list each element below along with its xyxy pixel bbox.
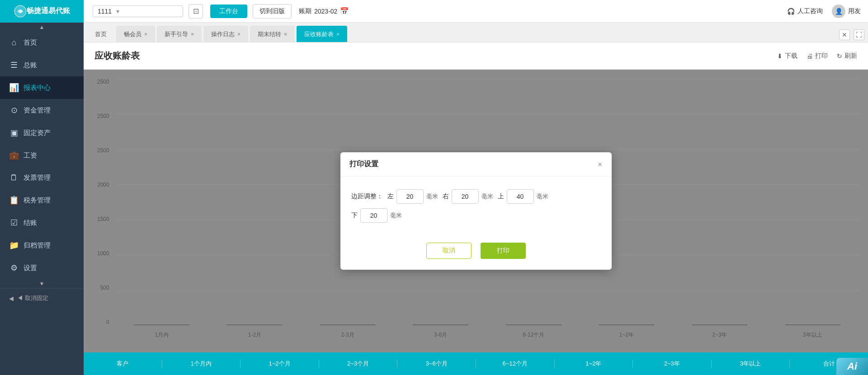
col-1-2year: 1~2年: [555, 360, 633, 368]
modal-overlay: 打印设置 × 边距调整： 左 毫米: [84, 70, 868, 352]
tabs-bar: 首页 畅会员 × 新手引导 × 操作日志 × 期末结转 ×: [84, 23, 868, 42]
margin-left-group: 左 毫米: [387, 189, 438, 204]
tab-period-end[interactable]: 期末结转 ×: [250, 26, 295, 42]
page-header: 应收账龄表 ⬇ 下载 🖨 打印 ↻ 刷新: [84, 42, 868, 70]
user-button[interactable]: 👤 用友: [832, 5, 861, 18]
margin-row: 边距调整： 左 毫米 右 毫米: [351, 189, 601, 223]
page-content: 应收账龄表 ⬇ 下载 🖨 打印 ↻ 刷新: [84, 42, 868, 375]
sidebar-item-invoice[interactable]: 🗒 发票管理: [0, 167, 84, 189]
chart-area: 2500 2500 2500 2000 1500 1000 500 0: [84, 70, 868, 352]
ai-badge[interactable]: Ai: [836, 358, 868, 375]
sidebar-item-funds[interactable]: ⊙ 资金管理: [0, 99, 84, 122]
tab-member[interactable]: 畅会员 ×: [116, 26, 155, 42]
print-button[interactable]: 🖨 打印: [807, 52, 828, 60]
col-6-12month: 6~12个月: [476, 360, 555, 368]
margin-left-input[interactable]: [396, 189, 424, 204]
reports-icon: 📊: [9, 83, 19, 93]
margin-right-group: 右 毫米: [443, 189, 493, 204]
workbench-button[interactable]: 工作台: [210, 5, 247, 18]
confirm-print-button[interactable]: 打印: [481, 243, 526, 259]
tab-period-end-close[interactable]: ×: [284, 31, 287, 38]
refresh-icon: ↻: [837, 52, 842, 60]
modal-body: 边距调整： 左 毫米 右 毫米: [340, 177, 612, 235]
tab-home[interactable]: 首页: [87, 26, 114, 42]
logo-text: 畅捷通易代账: [27, 6, 70, 16]
sidebar-scroll-up[interactable]: ▲: [0, 23, 84, 32]
print-settings-modal: 打印设置 × 边距调整： 左 毫米: [340, 152, 612, 270]
funds-icon: ⊙: [9, 105, 19, 115]
period-value: 2023-02: [314, 8, 337, 15]
copy-button[interactable]: ⊡: [189, 4, 203, 19]
sidebar-item-tax[interactable]: 📋 税务管理: [0, 189, 84, 211]
margin-top-input[interactable]: [507, 189, 534, 204]
sidebar-item-payroll[interactable]: 💼 工资: [0, 144, 84, 167]
company-selector[interactable]: 1111 ▾: [93, 5, 183, 17]
refresh-button[interactable]: ↻ 刷新: [837, 52, 857, 60]
sidebar-unpin-button[interactable]: ◀ ◀ 取消固定: [0, 288, 84, 308]
user-icon: 👤: [835, 8, 843, 15]
switch-version-button[interactable]: 切到旧版: [253, 4, 292, 19]
margin-right-input[interactable]: [452, 189, 479, 204]
unpin-icon: ◀: [9, 295, 14, 302]
sidebar-item-home[interactable]: ⌂ 首页: [0, 32, 84, 54]
calendar-icon[interactable]: 📅: [340, 7, 349, 15]
tab-guide-label: 新手引导: [165, 30, 188, 38]
tab-aging[interactable]: 应收账龄表 ×: [297, 26, 347, 42]
tab-guide[interactable]: 新手引导 ×: [157, 26, 202, 42]
col-2-3month: 2~3个月: [319, 360, 398, 368]
close-tab-button[interactable]: ✕: [839, 29, 850, 40]
maximize-tab-button[interactable]: ⛶: [854, 29, 864, 40]
sidebar-item-archive[interactable]: 📁 归档管理: [0, 234, 84, 257]
sidebar-label-assets: 固定资产: [24, 129, 51, 137]
sidebar-label-settings: 设置: [24, 264, 37, 272]
tab-guide-close[interactable]: ×: [191, 31, 194, 38]
sidebar-item-assets[interactable]: ▣ 固定资产: [0, 122, 84, 144]
tab-home-label: 首页: [95, 30, 107, 38]
sidebar-footer-label: ◀ 取消固定: [17, 294, 48, 302]
assets-icon: ▣: [9, 128, 19, 138]
tab-oplog[interactable]: 操作日志 ×: [203, 26, 248, 42]
copy-icon: ⊡: [193, 7, 199, 15]
tab-oplog-close[interactable]: ×: [237, 31, 241, 38]
tabs-actions: ✕ ⛶: [839, 29, 864, 42]
print-label: 打印: [815, 52, 828, 60]
print-icon: 🖨: [807, 52, 813, 60]
col-3-6month: 3~6个月: [397, 360, 476, 368]
download-button[interactable]: ⬇ 下载: [777, 52, 797, 60]
sidebar-item-ledger[interactable]: ☰ 总账: [0, 54, 84, 76]
sidebar-scroll-down[interactable]: ▼: [0, 279, 84, 288]
modal-title: 打印设置: [349, 159, 378, 169]
right-unit: 毫米: [481, 192, 493, 201]
modal-header: 打印设置 ×: [340, 152, 612, 177]
page-actions: ⬇ 下载 🖨 打印 ↻ 刷新: [777, 52, 857, 60]
download-label: 下载: [785, 52, 797, 60]
tab-member-close[interactable]: ×: [144, 31, 147, 38]
logo: 畅捷通易代账: [0, 0, 84, 23]
top-label: 上: [498, 192, 504, 201]
page-title: 应收账龄表: [94, 50, 140, 62]
sidebar: ▲ ⌂ 首页 ☰ 总账 📊 报表中心 ⊙ 资金管理 ▣ 固定资产 �: [0, 23, 84, 375]
sidebar-label-tax: 税务管理: [24, 196, 51, 205]
sidebar-label-invoice: 发票管理: [24, 173, 51, 182]
sidebar-item-settings[interactable]: ⚙ 设置: [0, 257, 84, 279]
col-3plus-year: 3年以上: [712, 360, 790, 368]
modal-footer: 取消 打印: [340, 235, 612, 270]
tab-aging-close[interactable]: ×: [336, 31, 340, 38]
sidebar-label-home: 首页: [24, 38, 37, 47]
sidebar-item-reports[interactable]: 📊 报表中心: [0, 76, 84, 99]
margin-adjust-label: 边距调整：: [351, 192, 383, 201]
company-name: 1111: [98, 8, 112, 15]
content-area: 首页 畅会员 × 新手引导 × 操作日志 × 期末结转 ×: [84, 23, 868, 375]
user-label: 用友: [848, 7, 861, 15]
sidebar-item-checkout[interactable]: ☑ 结账: [0, 211, 84, 234]
invoice-icon: 🗒: [9, 173, 19, 183]
col-1-2month: 1~2个月: [241, 360, 319, 368]
close-icon: ✕: [842, 31, 847, 38]
maximize-icon: ⛶: [856, 31, 862, 38]
cancel-button[interactable]: 取消: [426, 243, 472, 259]
modal-close-button[interactable]: ×: [598, 160, 603, 169]
margin-bottom-input[interactable]: [360, 208, 387, 223]
consult-button[interactable]: 🎧 人工咨询: [787, 7, 823, 15]
settings-icon: ⚙: [9, 263, 19, 273]
sidebar-label-funds: 资金管理: [24, 106, 51, 115]
